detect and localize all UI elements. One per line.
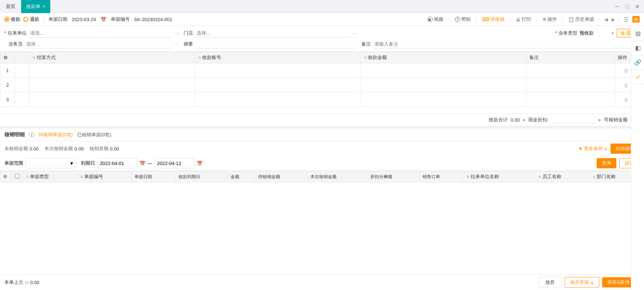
row-2-amount[interactable] — [361, 78, 526, 93]
save-draft-button[interactable]: 保存草稿 ▲ — [565, 277, 600, 288]
radio-refund[interactable]: 退款 — [23, 16, 39, 23]
date-from-input[interactable] — [97, 158, 137, 168]
calendar-icon[interactable]: 📅 — [101, 17, 106, 22]
history-button[interactable]: 📋 历史单据 — [567, 15, 596, 23]
number-value: SK-20230324-001 — [134, 17, 173, 22]
counterpart-input[interactable] — [29, 29, 173, 38]
table-gear-icon[interactable]: ⚙ — [3, 55, 8, 60]
verif-col-counterpart: ⇅ 往来单位名称 — [463, 171, 535, 183]
list-view-icon[interactable]: ☰ — [624, 16, 629, 23]
form-row-2: 业务员 ··· 摘要 备注 — [4, 40, 640, 48]
unverif-label: 未核销金额 — [4, 145, 28, 152]
tab-receipt[interactable]: 收款单 × — [21, 0, 50, 13]
help-button[interactable]: ? 帮助 — [453, 15, 472, 23]
row-1-remark[interactable] — [526, 63, 615, 78]
row-3-account[interactable] — [195, 93, 361, 107]
discount-label: 现金折扣: — [528, 117, 549, 123]
row-1-account[interactable] — [195, 63, 361, 78]
shortcut-button[interactable]: ⌨ 快捷键 — [480, 15, 506, 23]
date-to-calendar-icon[interactable]: 📅 — [197, 161, 203, 166]
video-button[interactable]: ▶ 视频 — [426, 15, 445, 23]
right-panel-icon-4[interactable]: ⤢ — [631, 70, 644, 85]
verif-done-tab[interactable]: 已核销单据(0笔) — [77, 132, 111, 138]
right-panel: ▤ ◧ 🔗 ⤢ — [631, 26, 644, 290]
store-input[interactable] — [195, 29, 350, 38]
row-3-delete-icon[interactable]: 🗑 — [624, 97, 629, 103]
page-info-icon[interactable]: ⊙ — [25, 280, 29, 285]
discard-button[interactable]: 放弃 — [538, 277, 562, 288]
radio-receipt[interactable]: 收款 — [4, 16, 20, 23]
verif-info-icon[interactable]: ℹ — [29, 132, 34, 137]
row-2-num: 2 — [0, 78, 15, 93]
table-col-num — [15, 52, 30, 63]
form-area: * 往来单位 ··· 门店 ··· * 业务类型 预收款 ▼ ⚙ — [0, 26, 644, 52]
verif-checkbox-all[interactable] — [15, 174, 20, 179]
next-icon[interactable]: ▶ — [612, 17, 615, 22]
verif-col-bill-no: ⇅ 单据编号 — [77, 171, 131, 183]
remark-label: 备注 — [360, 41, 371, 47]
right-panel-icon-2[interactable]: ◧ — [631, 41, 644, 55]
table-header-row: ⚙ ⇅ 结算方式 ⇅ 收款账号 ⇅ 收款金额 备注 — [0, 52, 644, 63]
table-col-settlement: ⇅ 结算方式 — [30, 52, 195, 63]
discount-input[interactable] — [551, 116, 595, 124]
salesperson-more-btn[interactable]: ··· — [175, 41, 179, 47]
date-value[interactable]: 2023-03-24 — [72, 17, 96, 22]
verif-col-sales-order: 销售订单 — [419, 171, 463, 183]
business-type-chevron-icon[interactable]: ▼ — [611, 31, 614, 35]
verif-col-settings[interactable]: ⚙ — [0, 171, 12, 183]
right-panel-icon-3[interactable]: 🔗 — [631, 55, 644, 70]
query-button[interactable]: 查询 — [597, 158, 616, 168]
date-label: 到期日 — [81, 160, 95, 166]
bottom-right: 放弃 保存草稿 ▲ 保存&新增 ▲ — [538, 277, 640, 288]
row-2-delete-icon[interactable]: 🗑 — [624, 82, 629, 88]
minimize-button[interactable]: ─ — [613, 3, 621, 10]
close-button[interactable]: ✕ — [634, 3, 641, 10]
summary-input[interactable] — [195, 40, 357, 48]
verif-col-checkbox[interactable] — [12, 171, 23, 183]
print-button[interactable]: 🖨 打印 — [514, 15, 533, 23]
date-range-separator: — — [148, 161, 152, 166]
row-3-remark[interactable] — [526, 93, 615, 107]
bottom-bar: 本单上欠 ⊙ 0.00 放弃 保存草稿 ▲ 保存&新增 ▲ — [0, 274, 644, 290]
row-3-settlement[interactable] — [30, 93, 195, 107]
row-2-remark[interactable] — [526, 78, 615, 93]
counterpart-more-btn[interactable]: ··· — [175, 30, 179, 36]
row-1-num-extra — [15, 63, 30, 78]
tab-home[interactable]: 首页 — [0, 0, 21, 13]
row-3-amount[interactable] — [361, 93, 526, 107]
store-more-btn[interactable]: ··· — [353, 30, 357, 36]
range-select[interactable]: ▼ — [25, 158, 76, 168]
tab-close-icon[interactable]: × — [43, 4, 45, 9]
maximize-button[interactable]: □ — [624, 3, 631, 10]
form-row-1: * 往来单位 ··· 门店 ··· * 业务类型 预收款 ▼ ⚙ — [4, 29, 640, 38]
row-2-settlement[interactable] — [30, 78, 195, 93]
toolbar-divider-1 — [44, 16, 44, 23]
summary-field: 摘要 — [182, 40, 357, 48]
verif-pending-tab[interactable]: 待核销单据(0笔) — [39, 132, 73, 138]
more-conditions-button[interactable]: ▼ 更多条件 ∧ — [578, 145, 608, 152]
right-panel-icon-1[interactable]: ▤ — [631, 26, 644, 41]
table-col-remark: 备注 — [526, 52, 615, 63]
video-icon: ▶ — [428, 17, 433, 22]
row-1-amount[interactable] — [361, 63, 526, 78]
operations-button[interactable]: ⚙ 操作 — [541, 15, 558, 23]
date-to-input[interactable] — [154, 158, 195, 168]
bottom-info: 本单上欠 ⊙ 0.00 — [4, 279, 39, 286]
remark-input[interactable] — [373, 40, 640, 48]
row-1-settlement[interactable] — [30, 63, 195, 78]
row-2-num-extra — [15, 78, 30, 93]
table-col-settings[interactable]: ⚙ — [0, 52, 15, 63]
data-table: ⚙ ⇅ 结算方式 ⇅ 收款账号 ⇅ 收款金额 备注 — [0, 52, 644, 107]
verif-stats: 未核销金额 0.00 本次核销金额 0.00 核销差额 0.00 ▼ 更多条件 … — [0, 141, 644, 156]
date-from-calendar-icon[interactable]: 📅 — [140, 161, 145, 166]
number-label: 单据编号 — [111, 16, 130, 23]
row-1-delete-icon[interactable]: 🗑 — [624, 68, 629, 74]
curr-verif-label: 本次核销金额 — [44, 145, 73, 152]
row-2-account[interactable] — [195, 78, 361, 93]
grid-view-icon[interactable]: ⊞ — [632, 16, 640, 23]
salesperson-input[interactable] — [25, 40, 173, 48]
verif-title: 核销明细 — [4, 132, 25, 138]
date-label: 单据日期 — [48, 16, 67, 23]
table-row: 2 🗑 ⊕ — [0, 78, 644, 93]
prev-icon[interactable]: ◀ — [604, 17, 608, 22]
